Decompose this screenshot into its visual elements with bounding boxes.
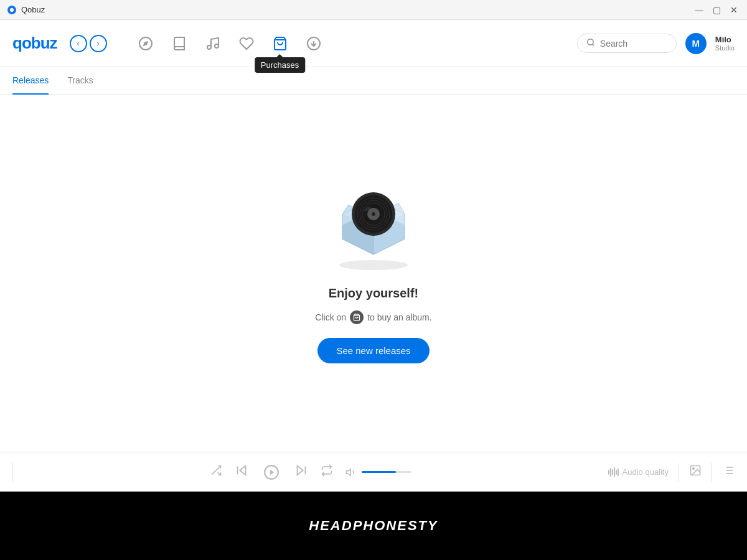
svg-line-8 — [593, 44, 594, 46]
search-icon — [586, 38, 595, 49]
search-input[interactable] — [600, 39, 662, 49]
svg-point-36 — [693, 468, 695, 470]
user-name: Milo — [715, 35, 735, 44]
nav-explore[interactable] — [138, 36, 153, 51]
player-bar: Audio quality — [0, 452, 747, 492]
queue-button[interactable] — [722, 464, 735, 480]
purchases-tooltip: Purchases — [255, 57, 305, 73]
search-bar[interactable] — [577, 34, 677, 53]
audio-quality-label: Audio quality — [622, 467, 669, 477]
volume-control[interactable] — [345, 467, 411, 478]
purchase-icon-inline — [350, 310, 364, 324]
tabs-bar: Releases Tracks — [0, 67, 747, 95]
qobuz-logo[interactable]: qobuz — [12, 34, 57, 53]
tab-releases[interactable]: Releases — [12, 67, 49, 95]
svg-point-3 — [215, 44, 218, 48]
user-plan: Studio — [715, 44, 735, 52]
svg-point-2 — [207, 45, 211, 49]
user-info: Milo Studio — [715, 35, 735, 52]
avatar[interactable]: M — [685, 33, 707, 54]
artwork-button[interactable] — [689, 464, 702, 480]
title-bar: Qobuz — ▢ ✕ — [0, 0, 747, 20]
player-divider-3 — [712, 463, 712, 482]
repeat-button[interactable] — [321, 464, 333, 480]
empty-state: Enjoy yourself! Click on to buy an album… — [315, 183, 431, 363]
header-right: M Milo Studio — [577, 33, 735, 54]
brand-name: HEADPHONESTY — [309, 518, 438, 534]
previous-button[interactable] — [235, 464, 248, 480]
main-content: Enjoy yourself! Click on to buy an album… — [0, 95, 747, 452]
audio-quality: Audio quality — [608, 467, 669, 477]
svg-marker-32 — [297, 466, 303, 475]
nav-music[interactable] — [205, 36, 220, 51]
header: qobuz ‹ › — [0, 20, 747, 67]
maximize-button[interactable]: ▢ — [711, 4, 722, 16]
nav-icons: Purchases — [138, 36, 321, 51]
svg-point-7 — [588, 39, 593, 45]
tab-tracks[interactable]: Tracks — [67, 67, 93, 95]
player-right: Audio quality — [608, 463, 735, 482]
svg-marker-31 — [270, 469, 275, 475]
minimize-button[interactable]: — — [693, 4, 705, 16]
nav-downloads[interactable] — [306, 36, 321, 51]
player-controls — [13, 462, 608, 483]
svg-marker-34 — [346, 469, 350, 475]
app-window: qobuz ‹ › — [0, 20, 747, 492]
empty-state-title: Enjoy yourself! — [329, 286, 418, 301]
next-button[interactable] — [294, 464, 308, 480]
forward-button[interactable]: › — [90, 35, 107, 52]
svg-point-24 — [339, 260, 408, 270]
back-button[interactable]: ‹ — [70, 35, 87, 52]
empty-state-subtitle: Click on to buy an album. — [315, 310, 431, 324]
svg-marker-1 — [143, 40, 148, 45]
close-button[interactable]: ✕ — [728, 4, 740, 16]
app-title: Qobuz — [21, 5, 45, 14]
svg-point-22 — [372, 212, 375, 216]
nav-arrows: ‹ › — [70, 35, 107, 52]
subtitle-pre: Click on — [315, 312, 346, 322]
volume-track[interactable] — [362, 471, 411, 473]
nav-library[interactable] — [172, 36, 187, 51]
nav-purchases[interactable]: Purchases — [273, 36, 288, 51]
see-new-releases-button[interactable]: See new releases — [317, 338, 429, 363]
play-button[interactable] — [261, 462, 282, 483]
volume-fill — [362, 471, 396, 473]
shuffle-button[interactable] — [210, 464, 222, 480]
waveform-icon — [608, 467, 619, 477]
subtitle-post: to buy an album. — [367, 312, 432, 322]
window-controls: — ▢ ✕ — [693, 4, 740, 16]
empty-state-illustration — [324, 183, 423, 276]
app-logo-icon — [7, 6, 16, 14]
nav-favorites[interactable] — [239, 36, 254, 51]
bottom-bar: HEADPHONESTY — [0, 492, 747, 560]
svg-marker-28 — [240, 466, 245, 475]
player-divider-2 — [679, 463, 679, 482]
